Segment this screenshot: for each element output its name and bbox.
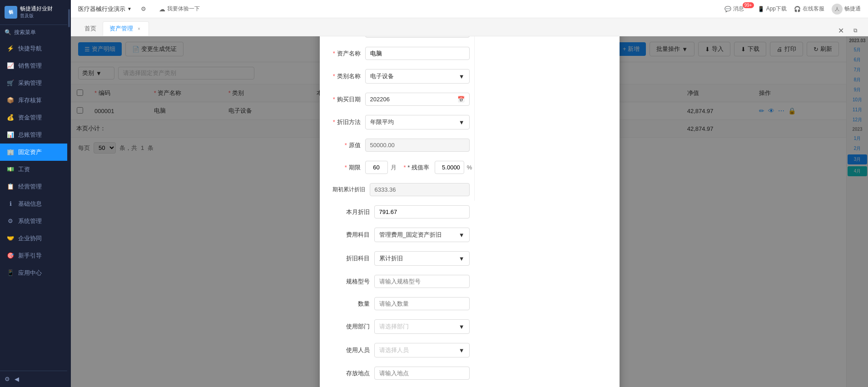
- quantity-input[interactable]: [374, 297, 470, 310]
- category-dropdown-icon: ▼: [459, 73, 465, 80]
- app-title: 畅捷通好业财: [20, 5, 53, 13]
- monthly-dep-input[interactable]: [374, 205, 470, 218]
- dropdown-icon: ▼: [127, 6, 132, 11]
- form-row-user: 使用人员 请选择人员 ▼: [338, 338, 470, 362]
- tab-home[interactable]: 首页: [78, 21, 103, 36]
- form-row-original-value: 原值: [329, 134, 470, 156]
- dep-method-select[interactable]: 年限平均 ▼: [365, 115, 470, 129]
- download-icon: 📱: [758, 6, 764, 12]
- modal-note: 注：已经存在变更记录或者对应固定资产已经生成凭证，原值、购买日期、残值率、累计折…: [329, 384, 610, 387]
- app-download-btn[interactable]: 📱 App下载: [758, 5, 787, 13]
- category-select[interactable]: 电子设备 ▼: [365, 69, 470, 84]
- location-input[interactable]: [374, 367, 470, 380]
- purchase-date-label: 购买日期: [329, 95, 365, 104]
- sidebar-item-purchase[interactable]: 🛒 采购管理: [0, 74, 67, 92]
- spec-label: 规格型号: [338, 278, 374, 286]
- sidebar-item-funds[interactable]: 💰 资金管理: [0, 109, 67, 126]
- form-row-code: 编码: [329, 36, 470, 42]
- basic-info-icon: ℹ: [6, 200, 15, 208]
- expense-subj-select[interactable]: 管理费用_固定资产折旧 ▼: [374, 228, 470, 242]
- company-name: 医疗器械行业演示: [78, 5, 125, 13]
- collapse-btn[interactable]: ◀: [15, 376, 19, 382]
- sidebar-item-inventory[interactable]: 📦 库存核算: [0, 92, 67, 109]
- sidebar-item-ledger[interactable]: 📊 总账管理: [0, 126, 67, 144]
- category-label: 类别名称: [329, 72, 365, 80]
- operations-icon: 📋: [6, 183, 15, 191]
- sidebar-item-basic-info[interactable]: ℹ 基础信息: [0, 195, 67, 213]
- messages-badge: 99+: [743, 2, 754, 8]
- period-input[interactable]: [365, 161, 388, 174]
- original-value-label: 原值: [329, 141, 365, 149]
- content-area: ☰ 资产明细 📄 变更生成凭证 刷账 + 新增: [71, 36, 868, 387]
- residual-rate-label: * 残值率: [399, 164, 432, 172]
- sidebar-item-quick-nav[interactable]: ⚡ 快捷导航: [0, 40, 67, 57]
- quick-nav-icon: ⚡: [6, 45, 15, 53]
- form-row-initial-dep: 期初累计折旧: [329, 179, 470, 201]
- tutorial-icon: 🎯: [6, 252, 15, 260]
- form-row-dep-subj: 折旧科目 累计折旧 ▼: [338, 247, 470, 270]
- initial-dep-input[interactable]: [370, 183, 470, 196]
- sidebar-item-app-center[interactable]: 📱 应用中心: [0, 264, 67, 282]
- tab-restore-btn[interactable]: ✕: [835, 25, 846, 36]
- sidebar-item-tutorial[interactable]: 🎯 新手引导: [0, 247, 67, 264]
- online-service-btn[interactable]: 🎧 在线客服: [794, 5, 824, 13]
- sidebar-item-fixed-assets[interactable]: 🏢 固定资产: [0, 144, 67, 161]
- cloud-icon: ☁: [159, 5, 165, 13]
- sidebar-item-sales[interactable]: 📈 销售管理: [0, 57, 67, 74]
- dep-method-label: 折旧方法: [329, 118, 365, 126]
- asset-name-input[interactable]: [365, 47, 470, 60]
- sidebar-search[interactable]: 🔍 搜索菜单: [0, 25, 67, 40]
- spec-input[interactable]: [374, 275, 470, 288]
- department-select[interactable]: 请选择部门 ▼: [374, 319, 470, 334]
- sales-icon: 📈: [6, 62, 15, 70]
- residual-unit: %: [467, 164, 472, 171]
- form-row-period: 期限 月 * 残值率 %: [329, 156, 470, 179]
- modal-body: 编码 资产名称: [320, 36, 620, 387]
- sidebar-item-system[interactable]: ⚙ 系统管理: [0, 213, 67, 230]
- topbar: 医疗器械行业演示 ▼ ⚙ ☁ 我要体验一下 💬 消息 99+ 📱 App下载: [71, 0, 868, 18]
- tabbar-actions: ✕ ⧉: [835, 25, 861, 36]
- gear-icon: ⚙: [141, 5, 146, 12]
- main-area: 医疗器械行业演示 ▼ ⚙ ☁ 我要体验一下 💬 消息 99+ 📱 App下载: [71, 0, 868, 387]
- monthly-dep-label: 本月折旧: [338, 208, 374, 216]
- dep-subj-select[interactable]: 累计折旧 ▼: [374, 251, 470, 266]
- residual-rate-input[interactable]: [435, 161, 464, 174]
- app-logo: 畅: [5, 6, 17, 19]
- form-row-asset-name: 资产名称: [329, 42, 470, 64]
- tab-asset-management[interactable]: 资产管理 ×: [103, 21, 149, 36]
- form-row-department: 使用部门 请选择部门 ▼: [338, 315, 470, 338]
- calendar-icon: 📅: [457, 96, 465, 103]
- sidebar-item-collab[interactable]: 🤝 企业协同: [0, 230, 67, 247]
- period-label: 期限: [329, 164, 365, 172]
- period-unit: 月: [391, 164, 397, 172]
- tab-close-btn[interactable]: ×: [136, 25, 142, 32]
- headset-icon: 🎧: [794, 6, 801, 12]
- initial-dep-label: 期初累计折旧: [329, 186, 370, 194]
- user-select[interactable]: 请选择人员 ▼: [374, 343, 470, 357]
- messages-btn[interactable]: 💬 消息 99+: [724, 5, 750, 13]
- purchase-icon: 🛒: [6, 79, 15, 87]
- inventory-icon: 📦: [6, 96, 15, 104]
- settings-bottom-btn[interactable]: ⚙: [5, 376, 10, 382]
- company-selector[interactable]: 医疗器械行业演示 ▼: [78, 5, 132, 13]
- experience-btn[interactable]: ☁ 我要体验一下: [159, 5, 200, 13]
- form-right-col: 本月折旧 费用科目: [329, 201, 470, 384]
- topbar-settings-btn[interactable]: ⚙: [137, 3, 150, 15]
- form-row-monthly-dep: 本月折旧: [338, 201, 470, 223]
- message-icon: 💬: [724, 6, 731, 12]
- code-input[interactable]: [365, 36, 470, 38]
- form-row-location: 存放地点: [338, 362, 470, 384]
- purchase-date-input[interactable]: 202206 📅: [365, 93, 470, 106]
- form-row-dep-method: 折旧方法 年限平均 ▼: [329, 110, 470, 134]
- sidebar-item-operations[interactable]: 📋 经营管理: [0, 178, 67, 195]
- user-menu[interactable]: 人 畅捷通: [832, 4, 861, 15]
- app-center-icon: 📱: [6, 269, 15, 277]
- period-inline: 月 * 残值率 %: [365, 161, 470, 174]
- tab-maximize-btn[interactable]: ⧉: [850, 25, 861, 36]
- sidebar-item-payroll[interactable]: 💵 工资: [0, 161, 67, 178]
- dep-method-dropdown-icon: ▼: [459, 119, 465, 126]
- location-label: 存放地点: [338, 369, 374, 377]
- funds-icon: 💰: [6, 114, 15, 122]
- tabbar: 首页 资产管理 × ✕ ⧉: [71, 18, 868, 36]
- original-value-input[interactable]: [365, 139, 470, 152]
